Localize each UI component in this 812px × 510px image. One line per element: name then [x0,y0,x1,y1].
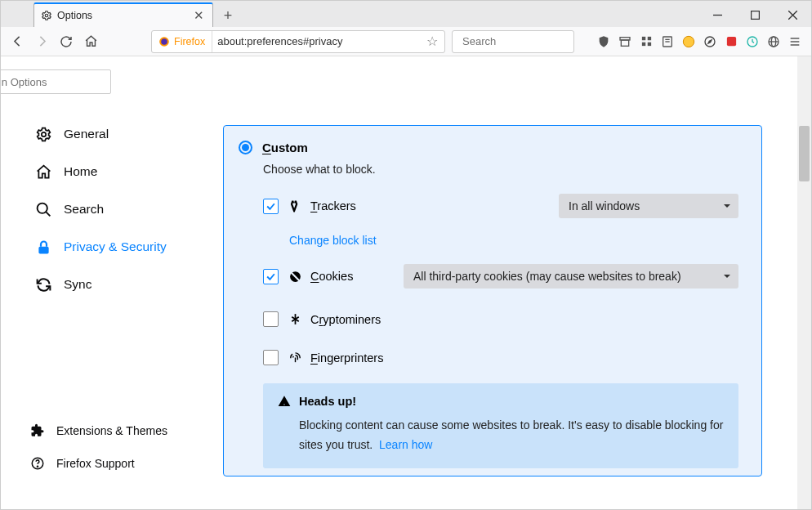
sidebar-item-privacy[interactable]: Privacy & Security [30,228,194,266]
scrollbar-thumb[interactable] [799,126,810,181]
forward-button[interactable] [30,30,53,53]
browser-tab[interactable]: Options ✕ [33,2,213,27]
cookies-icon [288,270,302,284]
checkbox-trackers-label: Trackers [288,199,356,213]
svg-point-32 [38,203,47,212]
sidebar-item-label: Extensions & Themes [56,424,167,437]
find-in-options [0,69,111,94]
ext-archive-icon[interactable] [617,34,633,50]
search-icon [35,201,52,218]
svg-point-18 [683,36,694,47]
svg-rect-14 [647,42,650,46]
cookies-dropdown[interactable]: All third-party cookies (may cause websi… [404,264,738,289]
window-minimize-button[interactable] [698,2,736,27]
firefox-icon [158,36,170,47]
svg-rect-2 [751,11,759,19]
heads-up-title: Heads up! [299,395,356,408]
svg-point-0 [45,14,48,17]
ext-compass-icon[interactable] [702,34,718,50]
vertical-scrollbar[interactable] [797,56,811,509]
help-icon [30,456,45,471]
puzzle-icon [30,423,45,438]
svg-point-6 [161,38,167,45]
sidebar-item-label: Home [64,164,97,179]
radio-custom[interactable] [239,141,252,154]
sidebar-item-search[interactable]: Search [30,190,194,228]
checkbox-fingerprinters-label: Fingerprinters [288,351,383,365]
toolbar-extensions [596,34,806,50]
warning-icon [278,395,291,408]
checkbox-cookies-label: Cookies [288,270,353,284]
sidebar-item-support[interactable]: Firefox Support [30,447,167,480]
sidebar-item-label: Search [64,202,104,217]
svg-rect-21 [726,37,735,46]
fingerprint-icon [288,351,302,365]
sidebar-item-label: Privacy & Security [64,239,167,254]
svg-rect-13 [641,42,645,46]
window-close-button[interactable] [774,2,811,27]
home-icon [35,163,52,181]
titlebar: Options ✕ + [1,1,811,27]
svg-rect-11 [641,37,645,40]
new-tab-button[interactable]: + [216,4,239,27]
checkbox-fingerprinters[interactable] [263,350,279,365]
change-blocklist-link[interactable]: Change block list [289,234,377,247]
svg-rect-10 [621,40,628,46]
checkbox-cryptominers[interactable] [263,311,279,327]
bookmark-star-icon[interactable]: ☆ [420,34,444,49]
radio-custom-label: Custom [262,141,308,154]
search-bar[interactable] [452,30,574,53]
svg-marker-20 [708,40,712,43]
find-input[interactable] [0,69,111,94]
svg-rect-12 [647,37,650,40]
url-bar[interactable]: Firefox ☆ [151,30,445,53]
ext-shield-icon[interactable] [596,34,612,50]
sidebar-item-home[interactable]: Home [30,153,194,190]
sidebar-bottom: Extensions & Themes Firefox Support [30,414,167,480]
trackers-icon [288,199,302,213]
svg-point-31 [42,132,46,136]
gear-icon [35,126,52,143]
heads-up-body: Blocking content can cause some websites… [299,418,723,451]
sidebar-item-sync[interactable]: Sync [30,266,194,303]
sidebar-item-extensions[interactable]: Extensions & Themes [30,414,167,447]
menu-button[interactable] [787,34,803,50]
checkbox-cryptominers-label: Cryptominers [288,312,381,326]
learn-how-link[interactable]: Learn how [379,438,432,451]
sidebar-item-general[interactable]: General [30,115,194,153]
sidebar-item-label: Sync [64,277,91,292]
ext-grid-icon[interactable] [638,34,654,50]
sidebar-item-label: Firefox Support [56,457,135,470]
preferences-page: General Home Search Privacy & Security S… [1,56,811,509]
checkbox-cookies[interactable] [263,269,279,284]
home-button[interactable] [79,30,102,53]
ext-teal-icon[interactable] [744,34,761,50]
category-sidebar: General Home Search Privacy & Security S… [30,115,194,303]
window-maximize-button[interactable] [736,2,774,27]
panel-subtext: Choose what to block. [263,163,738,176]
gear-icon [41,10,52,21]
svg-rect-34 [38,246,48,253]
ext-yellow-icon[interactable] [680,34,697,50]
cryptominers-icon [288,312,302,326]
ext-red-icon[interactable] [723,34,739,50]
url-input[interactable] [212,35,420,47]
custom-blocking-panel: Custom Choose what to block. Trackers In… [223,125,762,476]
ext-reader-icon[interactable] [659,34,676,50]
ext-globe-icon[interactable] [765,34,782,50]
identity-box[interactable]: Firefox [152,31,212,52]
heads-up-box: Heads up! Blocking content can cause som… [263,383,738,468]
svg-point-36 [37,466,38,467]
trackers-dropdown[interactable]: In all windows [559,194,738,218]
sidebar-item-label: General [64,127,109,141]
back-button[interactable] [6,30,29,53]
navigation-toolbar: Firefox ☆ [1,27,811,56]
sync-icon [35,276,52,293]
tab-close-icon[interactable]: ✕ [192,8,206,23]
reload-button[interactable] [55,30,78,53]
search-input[interactable] [462,35,600,47]
svg-line-33 [46,212,50,216]
tab-title: Options [57,10,192,21]
lock-icon [35,239,52,256]
checkbox-trackers[interactable] [263,199,279,214]
